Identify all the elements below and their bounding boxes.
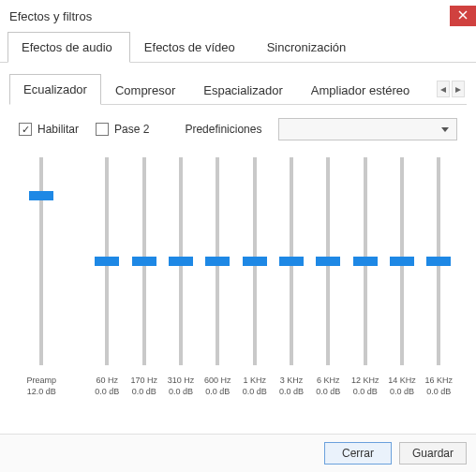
- preamp-slider-label: Preamp: [27, 375, 57, 387]
- band-slider-7: 12 KHz0.0 dB: [347, 157, 383, 396]
- band-slider-5-thumb[interactable]: [279, 257, 304, 266]
- band-slider-2-value: 0.0 dB: [169, 387, 193, 396]
- pass2-label: Pase 2: [114, 123, 149, 136]
- band-slider-1-thumb[interactable]: [132, 257, 156, 266]
- band-slider-8-value: 0.0 dB: [390, 387, 414, 396]
- preamp-slider-track[interactable]: [39, 157, 43, 365]
- band-slider-0-thumb[interactable]: [95, 257, 119, 266]
- presets-label: Predefiniciones: [185, 123, 261, 136]
- preamp-slider-thumb[interactable]: [29, 191, 53, 200]
- band-slider-5-track[interactable]: [290, 157, 293, 365]
- band-slider-7-value: 0.0 dB: [353, 387, 378, 396]
- band-slider-1-track[interactable]: [142, 157, 146, 365]
- band-slider-8-label: 14 KHz: [388, 375, 416, 387]
- band-slider-2-track[interactable]: [179, 157, 183, 365]
- band-slider-0: 60 Hz0.0 dB: [89, 157, 126, 396]
- band-slider-2: 310 Hz0.0 dB: [162, 157, 199, 396]
- subtabs-next-button[interactable]: ▸: [452, 81, 465, 97]
- preamp-slider: Preamp12.0 dB: [19, 157, 65, 396]
- band-slider-3-track[interactable]: [216, 157, 219, 365]
- band-slider-3-value: 0.0 dB: [205, 387, 230, 396]
- checkbox-icon: [96, 123, 109, 136]
- tab-equalizer[interactable]: Ecualizador: [9, 74, 101, 105]
- tab-compressor[interactable]: Compresor: [101, 75, 189, 105]
- band-slider-4-track[interactable]: [253, 157, 257, 365]
- enable-label: Habilitar: [37, 123, 79, 136]
- band-slider-8: 14 KHz0.0 dB: [383, 157, 420, 396]
- band-slider-9-thumb[interactable]: [426, 257, 451, 266]
- tab-stereo-widener[interactable]: Ampliador estéreo: [297, 75, 424, 105]
- band-slider-4-value: 0.0 dB: [243, 387, 267, 396]
- pass2-checkbox[interactable]: Pase 2: [96, 123, 149, 136]
- band-slider-6: 6 KHz0.0 dB: [310, 157, 347, 396]
- band-slider-8-track[interactable]: [400, 157, 404, 365]
- close-button[interactable]: Cerrar: [324, 442, 392, 465]
- band-slider-5: 3 KHz0.0 dB: [273, 157, 309, 396]
- band-slider-6-label: 6 KHz: [317, 375, 340, 387]
- band-slider-5-label: 3 KHz: [280, 375, 304, 387]
- save-button[interactable]: Guardar: [399, 442, 467, 465]
- band-slider-0-label: 60 Hz: [97, 375, 119, 387]
- band-slider-4: 1 KHz0.0 dB: [236, 157, 273, 396]
- band-slider-2-label: 310 Hz: [168, 375, 195, 387]
- band-slider-1-label: 170 Hz: [130, 375, 157, 387]
- subtabs-prev-button[interactable]: ◂: [437, 81, 450, 97]
- equalizer-sliders: Preamp12.0 dB60 Hz0.0 dB170 Hz0.0 dB310 …: [19, 157, 457, 396]
- close-icon: [458, 10, 468, 22]
- close-window-button[interactable]: [450, 6, 476, 26]
- main-tabs: Efectos de audio Efectos de vídeo Sincro…: [0, 32, 476, 63]
- tab-video-effects[interactable]: Efectos de vídeo: [130, 32, 253, 63]
- band-slider-7-label: 12 KHz: [351, 375, 379, 387]
- band-slider-2-thumb[interactable]: [169, 257, 193, 266]
- presets-select[interactable]: [278, 118, 457, 140]
- band-slider-4-thumb[interactable]: [243, 257, 267, 266]
- window-title: Efectos y filtros: [9, 9, 92, 23]
- band-slider-3-thumb[interactable]: [205, 257, 230, 266]
- band-slider-8-thumb[interactable]: [390, 257, 414, 266]
- band-slider-3-label: 600 Hz: [204, 375, 231, 387]
- band-slider-0-track[interactable]: [105, 157, 109, 365]
- band-slider-6-thumb[interactable]: [316, 257, 340, 266]
- band-slider-0-value: 0.0 dB: [95, 387, 119, 396]
- band-slider-6-value: 0.0 dB: [316, 387, 340, 396]
- tab-audio-effects[interactable]: Efectos de audio: [7, 32, 130, 63]
- audio-subtabs: Ecualizador Compresor Espacializador Amp…: [9, 74, 467, 105]
- chevron-left-icon: ◂: [440, 82, 446, 96]
- chevron-right-icon: ▸: [455, 82, 461, 96]
- band-slider-3: 600 Hz0.0 dB: [200, 157, 236, 396]
- band-slider-9-track[interactable]: [437, 157, 440, 365]
- checkbox-icon: ✓: [19, 123, 32, 136]
- preamp-slider-value: 12.0 dB: [27, 387, 56, 396]
- enable-checkbox[interactable]: ✓ Habilitar: [19, 123, 79, 136]
- band-slider-1: 170 Hz0.0 dB: [126, 157, 162, 396]
- tab-synchronization[interactable]: Sincronización: [253, 32, 364, 63]
- band-slider-6-track[interactable]: [326, 157, 330, 365]
- band-slider-7-thumb[interactable]: [353, 257, 378, 266]
- band-slider-9-label: 16 KHz: [425, 375, 454, 387]
- band-slider-9-value: 0.0 dB: [426, 387, 451, 396]
- band-slider-7-track[interactable]: [364, 157, 367, 365]
- band-slider-5-value: 0.0 dB: [279, 387, 304, 396]
- tab-spatializer[interactable]: Espacializador: [189, 75, 297, 105]
- band-slider-1-value: 0.0 dB: [132, 387, 156, 396]
- band-slider-4-label: 1 KHz: [243, 375, 266, 387]
- band-slider-9: 16 KHz0.0 dB: [421, 157, 457, 396]
